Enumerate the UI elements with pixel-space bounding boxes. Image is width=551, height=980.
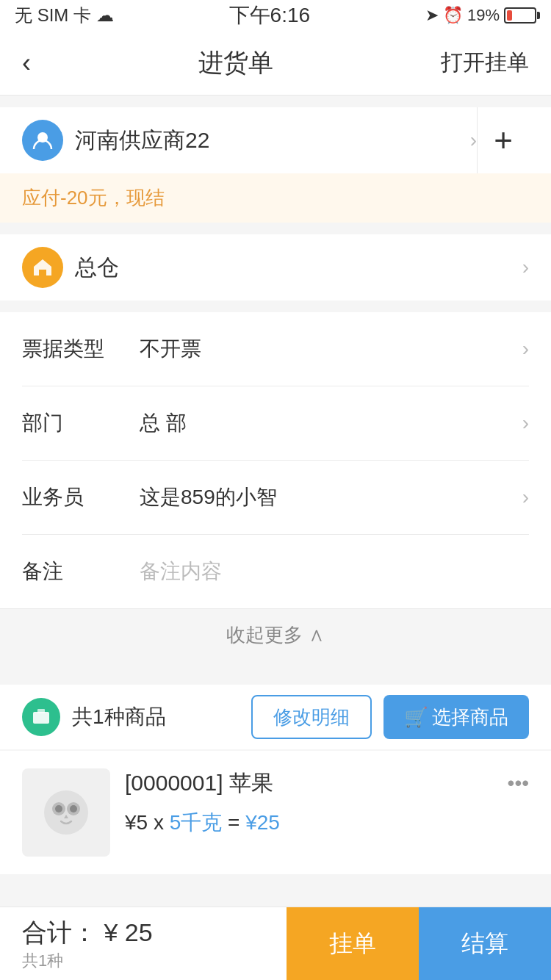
supplier-section: 河南供应商22 › + bbox=[0, 107, 551, 173]
dept-value: 总 部 bbox=[125, 409, 515, 437]
gap-1 bbox=[0, 96, 551, 107]
svg-point-8 bbox=[70, 805, 77, 813]
price-total: ¥25 bbox=[245, 811, 280, 834]
svg-rect-3 bbox=[37, 709, 45, 713]
supplier-row[interactable]: 河南供应商22 › bbox=[22, 107, 478, 173]
sales-chevron-icon: › bbox=[522, 486, 529, 509]
invoice-value: 不开票 bbox=[125, 335, 515, 363]
gap-2 bbox=[0, 223, 551, 234]
page-title: 进货单 bbox=[198, 46, 273, 80]
multiply-sign: x bbox=[154, 811, 170, 834]
remark-label: 备注 bbox=[22, 558, 125, 586]
total-section: 合计： ¥ 25 共1种 bbox=[0, 907, 287, 980]
location-icon: ➤ bbox=[425, 6, 439, 25]
status-bar: 无 SIM 卡 ☁ 下午6:16 ➤ ⏰ 19% bbox=[0, 0, 551, 31]
price-qty: 5千克 bbox=[170, 811, 223, 834]
gap-3 bbox=[0, 300, 551, 312]
supplier-avatar bbox=[22, 120, 63, 161]
sales-label: 业务员 bbox=[22, 483, 125, 511]
equals-sign: = bbox=[228, 811, 245, 834]
warehouse-icon bbox=[22, 247, 63, 288]
product-code: [0000001] bbox=[125, 771, 223, 795]
battery-text: 19% bbox=[467, 6, 500, 25]
collapse-toggle[interactable]: 收起更多 ∧ bbox=[0, 608, 551, 661]
product-info: [0000001] 苹果 ¥5 x 5千克 = ¥25 bbox=[125, 768, 485, 837]
sim-signal: 无 SIM 卡 ☁ bbox=[15, 4, 114, 27]
invoice-label: 票据类型 bbox=[22, 335, 125, 363]
svg-point-4 bbox=[44, 790, 88, 835]
select-product-label: 选择商品 bbox=[432, 705, 508, 730]
remark-row[interactable]: 备注 备注内容 bbox=[0, 535, 551, 608]
warehouse-name: 总仓 bbox=[75, 253, 515, 283]
product-name: [0000001] 苹果 bbox=[125, 768, 485, 799]
warehouse-chevron-icon: › bbox=[522, 256, 529, 279]
products-count: 共1种商品 bbox=[72, 703, 251, 731]
more-icon[interactable]: ••• bbox=[508, 771, 529, 795]
price-base: ¥5 bbox=[125, 811, 148, 834]
battery-icon bbox=[504, 7, 536, 24]
total-amount: 合计： ¥ 25 bbox=[22, 916, 264, 950]
svg-rect-1 bbox=[39, 270, 46, 275]
products-icon bbox=[22, 698, 60, 736]
checkout-button[interactable]: 结算 bbox=[419, 907, 551, 980]
open-pending-button[interactable]: 打开挂单 bbox=[441, 48, 529, 78]
alarm-icon: ⏰ bbox=[443, 6, 463, 25]
cart-icon: 🛒 bbox=[404, 706, 428, 729]
back-button[interactable]: ‹ bbox=[22, 48, 31, 79]
select-product-button[interactable]: 🛒 选择商品 bbox=[383, 695, 529, 739]
total-value: ¥ 25 bbox=[104, 918, 152, 946]
edit-detail-button[interactable]: 修改明细 bbox=[251, 695, 372, 739]
supplier-chevron-icon: › bbox=[470, 129, 477, 152]
product-title: 苹果 bbox=[229, 771, 273, 795]
warehouse-row[interactable]: 总仓 › bbox=[0, 234, 551, 300]
product-thumbnail bbox=[22, 768, 110, 857]
add-supplier-button[interactable]: + bbox=[478, 107, 529, 173]
product-price: ¥5 x 5千克 = ¥25 bbox=[125, 809, 485, 837]
product-thumb-icon bbox=[22, 768, 110, 857]
product-more[interactable]: ••• bbox=[485, 768, 529, 795]
products-header: 共1种商品 修改明细 🛒 选择商品 bbox=[0, 685, 551, 749]
dept-row[interactable]: 部门 总 部 › bbox=[0, 386, 551, 460]
remark-placeholder: 备注内容 bbox=[125, 558, 529, 586]
bottom-bar: 合计： ¥ 25 共1种 挂单 结算 bbox=[0, 907, 551, 980]
notice-bar: 应付-20元，现结 bbox=[0, 173, 551, 223]
dept-chevron-icon: › bbox=[522, 411, 529, 435]
status-time: 下午6:16 bbox=[229, 1, 311, 29]
svg-point-7 bbox=[55, 805, 62, 813]
supplier-name: 河南供应商22 bbox=[75, 126, 463, 156]
gap-4 bbox=[0, 661, 551, 673]
svg-rect-2 bbox=[33, 712, 49, 724]
product-item: [0000001] 苹果 ¥5 x 5千克 = ¥25 ••• bbox=[0, 751, 551, 874]
total-label: 合计： bbox=[22, 918, 97, 946]
sales-value: 这是859的小智 bbox=[125, 483, 515, 511]
invoice-chevron-icon: › bbox=[522, 337, 529, 361]
form-section: 票据类型 不开票 › 部门 总 部 › 业务员 这是859的小智 › 备注 备注… bbox=[0, 312, 551, 608]
status-right: ➤ ⏰ 19% bbox=[425, 6, 536, 25]
total-count: 共1种 bbox=[22, 950, 264, 972]
status-left: 无 SIM 卡 ☁ bbox=[15, 4, 114, 27]
nav-bar: ‹ 进货单 打开挂单 bbox=[0, 31, 551, 96]
invoice-type-row[interactable]: 票据类型 不开票 › bbox=[0, 312, 551, 386]
dept-label: 部门 bbox=[22, 409, 125, 437]
hang-order-button[interactable]: 挂单 bbox=[287, 907, 419, 980]
sales-row[interactable]: 业务员 这是859的小智 › bbox=[0, 461, 551, 534]
